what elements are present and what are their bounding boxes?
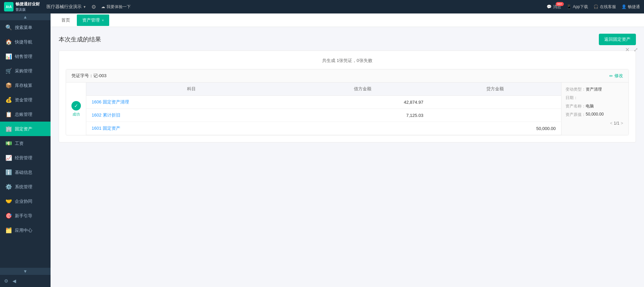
sidebar-item-label: 搜索菜单 [15, 25, 32, 31]
sidebar-item-purchase[interactable]: 🛒 采购管理 [0, 64, 51, 78]
return-btn[interactable]: 返回固定资产 [599, 34, 636, 45]
pagination-row: < 1/1 > [565, 121, 624, 126]
asset-value-value: 50,000.00 [586, 112, 604, 118]
sidebar-item-label: 系统管理 [15, 184, 32, 190]
user-item[interactable]: 👤 畅捷通 [621, 4, 640, 10]
voucher-card: 凭证字号：记-003 ✏ 修改 ✓ 成功 [66, 69, 629, 135]
sidebar-item-sales[interactable]: 📊 销售管理 [0, 49, 51, 64]
table-row: 1606 固定资产清理 42,874.97 [86, 96, 561, 109]
credit-cell-3: 50,000.00 [429, 122, 561, 135]
voucher-number: 凭证字号：记-003 [71, 73, 106, 79]
sidebar-item-management[interactable]: 📈 经营管理 [0, 151, 51, 165]
sidebar-item-label: 基础信息 [15, 169, 32, 176]
table-row: 1601 固定资产 50,000.00 [86, 122, 561, 135]
content-area: 首页 资产管理 × ✕ ⤢ 本次生成的结果 返回固定资产 共生成 1张凭证， [51, 13, 644, 287]
system-icon: ⚙️ [5, 184, 12, 190]
subject-cell-2: 1602 累计折旧 [86, 109, 296, 122]
tab-home[interactable]: 首页 [56, 14, 75, 26]
tab-close-icon[interactable]: × [102, 18, 104, 22]
experience-button[interactable]: ☁ 我要体验一下 [101, 4, 131, 10]
voucher-body: ✓ 成功 科目 借方金额 贷方金额 [66, 83, 628, 135]
online-service-item[interactable]: 🎧 在线客服 [593, 4, 616, 10]
page-content: ✕ ⤢ 本次生成的结果 返回固定资产 共生成 1张凭证，0张失败 凭证字号：记-… [51, 27, 644, 287]
tab-asset-label: 资产管理 [82, 17, 100, 23]
sidebar-collapse-button[interactable]: ◀ [12, 278, 16, 284]
header-left: AtA 畅捷通好业财 普及版 [4, 1, 40, 12]
fixed-assets-icon: 🏢 [5, 126, 12, 132]
apps-icon: 🗂️ [5, 227, 12, 233]
message-badge: 99+ [556, 2, 563, 6]
message-icon: 💬 [547, 4, 552, 9]
tab-home-label: 首页 [61, 17, 70, 23]
headset-icon: 🎧 [593, 4, 599, 9]
sidebar-item-funds[interactable]: 💰 资金管理 [0, 93, 51, 107]
col-debit: 借方金额 [296, 83, 429, 96]
tab-asset-management[interactable]: 资产管理 × [77, 14, 109, 26]
sidebar-scroll-down[interactable]: ▼ [0, 268, 51, 275]
sidebar-item-label: 应用中心 [15, 227, 32, 233]
date-row: 日期： [565, 95, 624, 101]
company-selector[interactable]: 医疗器械行业演示 ▼ [47, 4, 86, 10]
col-subject: 科目 [86, 83, 296, 96]
sidebar-item-label: 快捷导航 [15, 39, 32, 45]
search-icon: 🔍 [5, 24, 12, 31]
sidebar-scroll-up[interactable]: ▲ [0, 13, 51, 20]
sidebar-item-system[interactable]: ⚙️ 系统管理 [0, 180, 51, 194]
management-icon: 📈 [5, 155, 12, 161]
debit-cell-2: 7,125.03 [296, 109, 429, 122]
change-type-row: 变动类型： 资产清理 [565, 87, 624, 92]
sidebar-item-basic-info[interactable]: ℹ️ 基础信息 [0, 165, 51, 180]
asset-value-label: 资产原值： [565, 112, 586, 118]
app-version: 普及版 [16, 7, 40, 12]
asset-name-row: 资产名称： 电脑 [565, 103, 624, 109]
sidebar-item-inventory[interactable]: 📦 库存核算 [0, 78, 51, 93]
change-type-value: 资产清理 [586, 87, 602, 92]
voucher-header: 凭证字号：记-003 ✏ 修改 [66, 69, 628, 83]
sidebar-item-nav[interactable]: 🏠 快捷导航 [0, 35, 51, 49]
sidebar-item-ledger[interactable]: 📋 总账管理 [0, 107, 51, 122]
credit-cell-2 [429, 109, 561, 122]
voucher-table: 科目 借方金额 贷方金额 1606 固定资产清理 42,874.97 [86, 83, 561, 135]
message-item[interactable]: 💬 消息 99+ [547, 4, 561, 10]
sidebar-item-collab[interactable]: 🤝 企业协同 [0, 194, 51, 209]
funds-icon: 💰 [5, 97, 12, 103]
page-next-icon[interactable]: > [619, 121, 624, 126]
success-circle: ✓ [71, 101, 81, 110]
user-icon: 👤 [621, 4, 626, 9]
debit-cell-3 [296, 122, 429, 135]
sidebar-settings-button[interactable]: ⚙ [4, 278, 8, 284]
sidebar-footer: ⚙ ◀ [0, 275, 51, 287]
sidebar-item-guide[interactable]: 🎯 新手引导 [0, 209, 51, 223]
page-prev-icon[interactable]: < [609, 121, 614, 126]
sidebar-item-label: 工资 [15, 140, 24, 147]
close-button[interactable]: ✕ [624, 46, 630, 54]
header-center: 医疗器械行业演示 ▼ ⚙ ☁ 我要体验一下 [47, 2, 547, 11]
sidebar-item-label: 采购管理 [15, 68, 32, 74]
success-text: 成功 [72, 112, 80, 117]
sidebar-item-label: 库存核算 [15, 83, 32, 89]
sales-icon: 📊 [5, 53, 12, 60]
sidebar-nav: 🔍 搜索菜单 🏠 快捷导航 📊 销售管理 🛒 采购管理 📦 库存核算 💰 [0, 20, 51, 268]
sidebar-item-label: 销售管理 [15, 54, 32, 60]
subject-cell-3: 1601 固定资产 [86, 122, 296, 135]
sidebar-item-search[interactable]: 🔍 搜索菜单 [0, 20, 51, 35]
sidebar-item-label: 企业协同 [15, 198, 32, 204]
salary-icon: 💵 [5, 140, 12, 147]
guide-icon: 🎯 [5, 213, 12, 219]
edit-button[interactable]: ✏ 修改 [609, 73, 623, 79]
app-logo: AtA 畅捷通好业财 普及版 [4, 1, 40, 12]
ledger-icon: 📋 [5, 111, 12, 118]
sidebar-item-salary[interactable]: 💵 工资 [0, 136, 51, 151]
result-area: 共生成 1张凭证，0张失败 凭证字号：记-003 ✏ 修改 ✓ [59, 51, 636, 142]
cloud-icon: ☁ [101, 4, 105, 9]
settings-icon-button[interactable]: ⚙ [89, 2, 98, 11]
collab-icon: 🤝 [5, 198, 12, 204]
app-download-item[interactable]: 📱 App下载 [566, 4, 588, 10]
main-layout: ▲ 🔍 搜索菜单 🏠 快捷导航 📊 销售管理 🛒 采购管理 📦 库存核算 [0, 13, 644, 287]
expand-button[interactable]: ⤢ [633, 46, 639, 54]
sidebar-item-fixed-assets[interactable]: 🏢 固定资产 [0, 122, 51, 136]
sidebar-item-label: 经营管理 [15, 155, 32, 161]
sidebar-item-apps[interactable]: 🗂️ 应用中心 [0, 223, 51, 237]
col-credit: 贷方金额 [429, 83, 561, 96]
chevron-down-icon: ▼ [83, 5, 86, 9]
